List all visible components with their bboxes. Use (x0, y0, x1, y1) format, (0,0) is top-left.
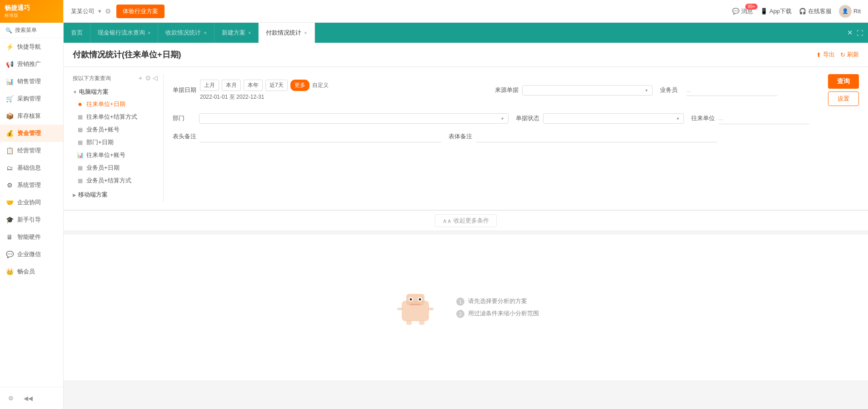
sidebar-item-label: 智能硬件 (17, 233, 41, 241)
header-note-input[interactable] (200, 131, 441, 142)
staff-label: 业务员 (660, 86, 683, 94)
app-download-btn[interactable]: 📱 App下载 (760, 7, 792, 15)
scheme-group-mobile-header[interactable]: ▶ 移动端方案 (73, 189, 158, 201)
add-scheme-icon[interactable]: ＋ (137, 74, 144, 82)
tab-bank-flow[interactable]: 现金银行流水查询 × (90, 23, 158, 43)
collapse-conditions-btn[interactable]: ∧∧ 收起更多条件 (435, 214, 497, 227)
tab-receipts-stat[interactable]: 收款情况统计 × (158, 23, 214, 43)
date-custom-label[interactable]: 自定义 (312, 81, 329, 89)
date-btn-last-month[interactable]: 上月 (200, 80, 219, 91)
sidebar-item-enterprise[interactable]: 🤝 企业协同 (0, 194, 63, 211)
operations-icon: 📋 (5, 146, 14, 155)
sidebar-item-quick-nav[interactable]: ⚡ 快捷导航 (0, 38, 63, 56)
industry-btn[interactable]: 体验行业方案 (116, 5, 165, 18)
date-label: 单据日期 (173, 86, 196, 94)
scheme-item-icon-2: ▦ (76, 126, 84, 133)
topbar-right: 💬 消息 99+ 📱 App下载 🎧 在线客服 👤 Rit (732, 5, 861, 18)
sidebar-item-purchase[interactable]: 🛒 采购管理 (0, 90, 63, 107)
sidebar-edition: 标准版 (5, 12, 30, 19)
expand-tab-btn[interactable]: ⛶ (857, 29, 863, 37)
scheme-item-counterpart-settle[interactable]: ▦ 往来单位+结算方式 (73, 111, 158, 123)
sidebar-item-label: 企业微信 (17, 250, 41, 258)
svg-rect-7 (397, 308, 403, 310)
scheme-group-desktop: ▼ 电脑端方案 ● 往来单位+日期 ▦ 往来单位+结算方式 ▦ 业务员+账号 (73, 86, 158, 187)
sidebar-item-guide[interactable]: 🎓 新手引导 (0, 211, 63, 228)
collapse-sidebar-btn[interactable]: ◀◀ (22, 392, 35, 404)
tab-payment-stat[interactable]: 付款情况统计 × (259, 23, 314, 43)
settings-footer-btn[interactable]: ⚙ (5, 392, 17, 404)
source-label: 来源单据 (495, 86, 519, 94)
topbar-dropdown-arrow[interactable]: ▾ (98, 8, 101, 15)
date-options: 上月 本月 本年 近7天 更多 自定义 (200, 80, 329, 91)
header-note-field: 表头备注 (173, 131, 441, 142)
svg-rect-8 (428, 308, 434, 310)
online-service-label: 在线客服 (808, 7, 832, 15)
tab-receipts-stat-close[interactable]: × (204, 30, 206, 35)
svg-rect-10 (419, 320, 424, 325)
date-btn-more[interactable]: 更多 (290, 80, 309, 91)
doc-status-label: 单据状态 (516, 114, 539, 122)
scheme-item-staff-date-label: 业务员+日期 (86, 164, 120, 172)
scheme-item-icon-6: ▦ (76, 177, 84, 184)
sidebar-item-system[interactable]: ⚙ 系统管理 (0, 177, 63, 194)
sidebar-item-wechat[interactable]: 💬 企业微信 (0, 246, 63, 263)
scheme-item-counterpart-date-label: 往来单位+日期 (86, 100, 125, 108)
sidebar-item-marketing[interactable]: 📢 营销推广 (0, 56, 63, 73)
tab-receipts-stat-label: 收款情况统计 (165, 29, 201, 37)
scheme-item-counterpart-date[interactable]: ● 往来单位+日期 (73, 98, 158, 111)
query-btn[interactable]: 查询 (828, 74, 859, 89)
main-area: 某某公司 ▾ ⚙ 体验行业方案 💬 消息 99+ 📱 App下载 🎧 在线客服 … (64, 0, 868, 409)
filter-form: 单据日期 上月 本月 本年 近7天 更多 自定义 2022-01-01 至 20… (164, 74, 859, 202)
scheme-item-staff-date[interactable]: ▦ 业务员+日期 (73, 162, 158, 174)
sidebar-item-label: 经营管理 (17, 146, 41, 155)
counterpart-input[interactable] (718, 112, 809, 124)
scheme-item-dept-date[interactable]: ▦ 部门+日期 (73, 136, 158, 149)
user-menu[interactable]: 👤 Rit (839, 5, 861, 18)
online-service-btn[interactable]: 🎧 在线客服 (799, 7, 832, 15)
tab-home[interactable]: 首页 (64, 23, 90, 43)
dept-select[interactable]: ▾ (199, 113, 509, 124)
sidebar-item-operations[interactable]: 📋 经营管理 (0, 142, 63, 159)
counterpart-field: 往来单位 (691, 112, 859, 124)
export-btn[interactable]: ⬆ 导出 (816, 50, 835, 59)
scheme-item-staff-settle[interactable]: ▦ 业务员+结算方式 (73, 174, 158, 187)
sidebar-item-inventory[interactable]: 📦 库存核算 (0, 107, 63, 125)
source-select[interactable]: ▾ (522, 85, 653, 96)
scheme-query-label: 按以下方案查询 (73, 75, 111, 82)
system-icon: ⚙ (5, 181, 14, 189)
settings-btn[interactable]: 设置 (828, 91, 859, 106)
filter-actions: 查询 设置 (828, 74, 859, 106)
tab-payment-stat-label: 付款情况统计 (266, 29, 301, 37)
refresh-btn[interactable]: ↻ 刷新 (840, 50, 859, 59)
sidebar-item-label: 系统管理 (17, 181, 41, 189)
tab-payment-stat-close[interactable]: × (304, 30, 307, 35)
collapse-scheme-icon[interactable]: ◁ (153, 74, 158, 82)
hint-num-2: 2 (456, 310, 464, 318)
staff-input[interactable] (686, 84, 777, 96)
sidebar-item-basic-info[interactable]: 🗂 基础信息 (0, 159, 63, 177)
tab-new-scheme-close[interactable]: × (248, 30, 251, 35)
scheme-group-desktop-header[interactable]: ▼ 电脑端方案 (73, 86, 158, 98)
sidebar-item-label: 库存核算 (17, 112, 41, 120)
body-note-input[interactable] (476, 131, 717, 142)
date-btn-last-7[interactable]: 近7天 (265, 80, 288, 91)
messages-btn[interactable]: 💬 消息 99+ (732, 7, 753, 15)
sidebar-search[interactable]: 🔍 搜索菜单 (0, 23, 63, 38)
topbar-gear-icon[interactable]: ⚙ (105, 7, 111, 15)
sidebar-item-smart-hw[interactable]: 🖥 智能硬件 (0, 228, 63, 246)
sidebar-item-finance[interactable]: 💰 资金管理 (0, 125, 63, 142)
tab-new-scheme[interactable]: 新建方案 × (215, 23, 259, 43)
scheme-item-icon-1: ▦ (76, 113, 84, 121)
scheme-item-staff-account[interactable]: ▦ 业务员+账号 (73, 123, 158, 136)
sidebar-item-label: 快捷导航 (17, 43, 41, 51)
collapse-sidebar-icon: ◀◀ (24, 395, 33, 402)
close-tab-btn[interactable]: ✕ (847, 29, 853, 37)
sidebar-item-sales[interactable]: 📊 销售管理 (0, 73, 63, 90)
settings-scheme-icon[interactable]: ⊙ (145, 74, 151, 82)
scheme-item-counterpart-account[interactable]: 📊 往来单位+账号 (73, 149, 158, 162)
date-btn-this-month[interactable]: 本月 (222, 80, 241, 91)
doc-status-select[interactable]: ▾ (543, 113, 684, 124)
sidebar-item-vip[interactable]: 👑 畅会员 (0, 263, 63, 280)
tab-bank-flow-close[interactable]: × (148, 30, 150, 35)
date-btn-this-year[interactable]: 本年 (244, 80, 263, 91)
